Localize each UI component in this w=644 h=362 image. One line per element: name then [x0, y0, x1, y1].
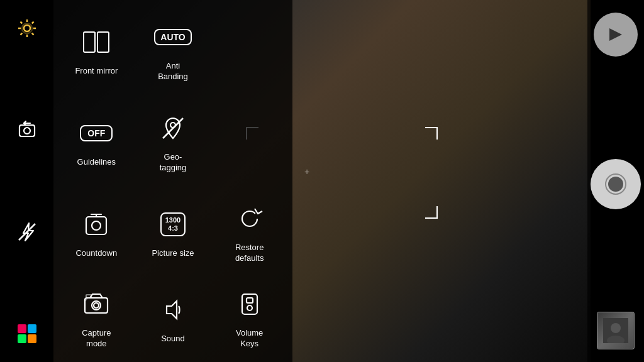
svg-point-31 — [611, 323, 621, 333]
sound-icon — [154, 291, 192, 329]
restore-defaults-item[interactable]: Restoredefaults — [213, 188, 286, 276]
svg-point-29 — [608, 177, 623, 192]
svg-rect-8 — [28, 335, 36, 343]
svg-rect-18 — [85, 298, 108, 313]
countdown-item[interactable]: Countdown — [60, 188, 133, 276]
svg-rect-26 — [247, 298, 253, 303]
svg-marker-23 — [167, 301, 177, 319]
restore-defaults-label: Restoredefaults — [235, 243, 264, 264]
guidelines-item[interactable]: OFF Guidelines — [60, 97, 133, 185]
svg-rect-24 — [242, 294, 257, 314]
guidelines-label: Guidelines — [77, 157, 116, 168]
capture-mode-label: Capturemode — [82, 328, 111, 349]
geo-tagging-item[interactable]: Geo-tagging — [136, 97, 210, 185]
svg-point-3 — [24, 128, 30, 134]
video-button[interactable] — [594, 13, 638, 57]
svg-rect-6 — [28, 325, 36, 332]
anti-banding-label: AntiBanding — [158, 61, 188, 82]
sound-item[interactable]: Sound — [136, 279, 210, 356]
svg-rect-10 — [97, 32, 109, 52]
svg-point-25 — [247, 305, 252, 310]
volume-keys-label: VolumeKeys — [236, 328, 263, 349]
left-sidebar — [0, 0, 53, 362]
countdown-icon — [77, 206, 115, 243]
svg-point-20 — [94, 303, 99, 308]
grid-icon[interactable] — [11, 318, 43, 349]
capture-mode-icon — [77, 285, 115, 323]
front-mirror-label: Front mirror — [75, 66, 118, 77]
last-photo-thumbnail[interactable] — [597, 312, 635, 349]
front-mirror-item[interactable]: Front mirror — [60, 6, 133, 94]
geo-tagging-label: Geo-tagging — [160, 152, 187, 173]
right-sidebar — [587, 0, 644, 362]
svg-point-15 — [92, 221, 101, 230]
svg-rect-2 — [19, 125, 35, 136]
anti-banding-item[interactable]: AUTO AntiBanding — [136, 6, 210, 94]
svg-point-0 — [24, 25, 30, 31]
front-mirror-icon — [77, 23, 115, 61]
picture-size-icon: 13004:3 — [154, 206, 192, 243]
volume-keys-item[interactable]: VolumeKeys — [213, 279, 286, 356]
svg-rect-14 — [86, 217, 106, 234]
picture-size-item[interactable]: 13004:3 Picture size — [136, 188, 210, 276]
settings-icon[interactable] — [11, 13, 43, 44]
flash-icon[interactable] — [11, 216, 43, 248]
picture-size-label: Picture size — [152, 248, 194, 259]
restore-defaults-icon — [231, 200, 269, 238]
empty-mid-right — [213, 97, 286, 185]
geo-tagging-icon — [154, 109, 192, 147]
svg-rect-7 — [18, 335, 26, 343]
countdown-label: Countdown — [75, 248, 117, 259]
flip-camera-icon[interactable] — [11, 114, 43, 146]
volume-keys-icon — [231, 285, 269, 323]
settings-panel: Front mirror AUTO AntiBanding OFF Guidel… — [53, 0, 292, 362]
anti-banding-icon: AUTO — [154, 18, 192, 56]
svg-marker-27 — [609, 28, 622, 41]
sound-label: Sound — [161, 334, 185, 344]
capture-mode-item[interactable]: Capturemode — [60, 279, 133, 356]
svg-rect-5 — [18, 325, 26, 332]
shutter-button[interactable] — [591, 159, 641, 209]
thumbnail-image — [597, 312, 634, 349]
guidelines-icon: OFF — [77, 114, 115, 152]
empty-top-right — [213, 6, 286, 94]
svg-rect-9 — [84, 32, 95, 52]
